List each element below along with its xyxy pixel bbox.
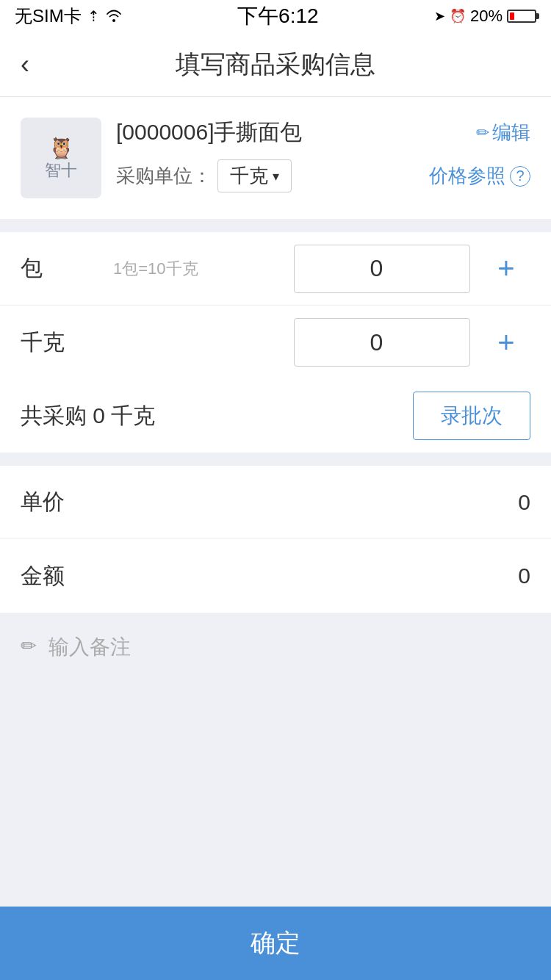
edit-button[interactable]: ✏ 编辑 [476, 120, 530, 145]
summary-row: 共采购 0 千克 录批次 [0, 379, 551, 453]
wifi-signal [106, 6, 122, 26]
unit-price-row: 单价 0 [0, 466, 551, 539]
unit-row: 采购单位： 千克 ▾ 价格参照 ? [116, 159, 530, 192]
unit-info: 采购单位： 千克 ▾ [116, 159, 292, 192]
divider-1 [0, 219, 551, 232]
product-logo: 🦉 智十 [45, 136, 77, 180]
notes-placeholder: 输入备注 [48, 633, 131, 661]
unit-price-value: 0 [518, 490, 530, 515]
status-time: 下午6:12 [237, 2, 319, 30]
bao-quantity-input[interactable] [294, 245, 470, 293]
back-button[interactable]: ‹ [21, 49, 29, 80]
chevron-down-icon: ▾ [273, 168, 279, 184]
status-right: ➤ ⏰ 20% [434, 7, 536, 26]
alarm-icon: ⏰ [450, 8, 466, 24]
status-bar: 无SIM卡 ⇡ 下午6:12 ➤ ⏰ 20% [0, 0, 551, 32]
price-ref-button[interactable]: 价格参照 ? [429, 163, 530, 189]
wifi-icon: ⇡ [87, 7, 100, 25]
unit-price-label: 单价 [21, 487, 65, 517]
bao-label: 包 [21, 253, 109, 284]
kg-quantity-input[interactable] [294, 318, 470, 367]
kg-input-wrap: + [109, 318, 530, 367]
amount-label: 金额 [21, 561, 65, 591]
page-title: 填写商品采购信息 [176, 48, 375, 82]
status-left: 无SIM卡 ⇡ [15, 4, 122, 28]
kg-input-row: 千克 + [0, 306, 551, 379]
bao-input-row: 包 1包=10千克 + [0, 232, 551, 306]
confirm-label: 确定 [251, 926, 300, 960]
battery-percent: 20% [470, 7, 503, 26]
unit-select[interactable]: 千克 ▾ [217, 159, 292, 192]
battery-icon [507, 10, 536, 23]
edit-icon: ✏ [476, 123, 489, 143]
location-icon: ➤ [434, 8, 445, 24]
amount-row: 金额 0 [0, 539, 551, 613]
input-section: 包 1包=10千克 + 千克 + [0, 232, 551, 379]
help-icon: ? [510, 166, 530, 187]
nav-bar: ‹ 填写商品采购信息 [0, 32, 551, 97]
summary-text: 共采购 0 千克 [21, 401, 155, 431]
product-name: [0000006]手撕面包 [116, 118, 302, 148]
price-section: 单价 0 金额 0 [0, 466, 551, 613]
product-info: [0000006]手撕面包 ✏ 编辑 采购单位： 千克 ▾ 价格参照 ? [116, 118, 530, 192]
product-image: 🦉 智十 [21, 118, 101, 198]
carrier-label: 无SIM卡 [15, 4, 82, 28]
pencil-icon: ✏ [21, 635, 37, 657]
bao-hint: 1包=10千克 [113, 258, 198, 280]
unit-label: 采购单位： [116, 163, 212, 189]
divider-2 [0, 453, 551, 466]
bao-plus-button[interactable]: + [482, 245, 530, 293]
kg-label: 千克 [21, 328, 109, 358]
product-card: 🦉 智十 [0000006]手撕面包 ✏ 编辑 采购单位： 千克 ▾ 价格参照 … [0, 97, 551, 219]
amount-value: 0 [518, 563, 530, 588]
confirm-button[interactable]: 确定 [0, 907, 551, 980]
batch-button[interactable]: 录批次 [413, 392, 530, 440]
bao-input-wrap: + [198, 245, 530, 293]
kg-plus-button[interactable]: + [482, 318, 530, 367]
product-header: [0000006]手撕面包 ✏ 编辑 [116, 118, 530, 148]
notes-area[interactable]: ✏ 输入备注 [0, 613, 551, 745]
